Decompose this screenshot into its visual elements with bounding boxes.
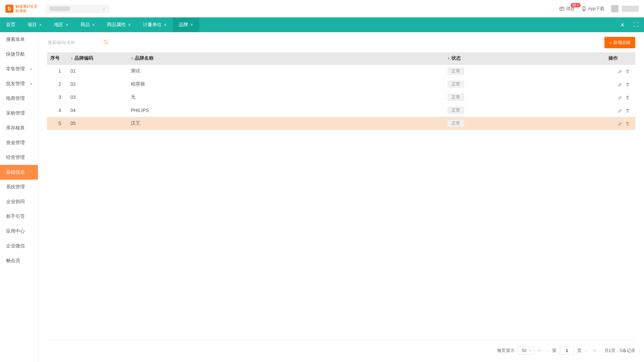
cell-status: 正常 [444, 65, 605, 78]
edit-icon [618, 121, 623, 126]
delete-button[interactable] [625, 95, 630, 100]
org-selector[interactable]: ⌄ [46, 4, 109, 13]
sidebar-item-新手引导[interactable]: 新手引导 [0, 209, 38, 224]
first-page-button[interactable]: ⇤ [538, 348, 543, 353]
cell-seq: 2 [47, 78, 67, 91]
tab-地区[interactable]: 地区✕ [48, 17, 74, 32]
tab-商品属性[interactable]: 商品属性✕ [101, 17, 137, 32]
edit-icon [618, 95, 623, 100]
sidebar-item-label: 资金管理 [6, 140, 25, 146]
sidebar-item-系统管理[interactable]: 系统管理 [0, 180, 38, 194]
sidebar-item-基础信息[interactable]: 基础信息 [0, 165, 38, 180]
sidebar-item-电商管理[interactable]: 电商管理 [0, 91, 38, 106]
sidebar-item-批发管理[interactable]: 批发管理▾ [0, 76, 38, 91]
table-row[interactable]: 101测试正常 [47, 65, 635, 78]
sidebar-item-应用中心[interactable]: 应用中心 [0, 224, 38, 239]
sidebar-item-库存核算[interactable]: 库存核算 [0, 121, 38, 135]
app-download-button[interactable]: App下载 [581, 6, 604, 12]
edit-button[interactable] [618, 95, 623, 100]
sidebar-item-畅会员[interactable]: 畅会员 [0, 253, 38, 268]
sidebar-item-零售管理[interactable]: 零售管理▾ [0, 62, 38, 76]
table-row[interactable]: 505汉王正常 [47, 117, 635, 130]
search-input[interactable] [47, 38, 101, 47]
delete-button[interactable] [625, 68, 630, 74]
close-icon[interactable]: ✕ [190, 23, 193, 27]
tab-项目[interactable]: 项目✕ [21, 17, 48, 32]
col-name-header[interactable]: ▲▼品牌名称 [127, 52, 444, 65]
next-page-button[interactable]: › [585, 348, 588, 353]
trash-icon [625, 108, 630, 113]
cell-code: 02 [67, 78, 127, 91]
sidebar-item-资金管理[interactable]: 资金管理 [0, 135, 38, 150]
close-icon[interactable]: ✕ [65, 23, 68, 27]
sidebar-item-企业微信[interactable]: 企业微信 [0, 239, 38, 253]
cell-name: 汉王 [127, 117, 444, 130]
sidebar-item-采购管理[interactable]: 采购管理 [0, 106, 38, 121]
table-row[interactable]: 404PHILIPS正常 [47, 104, 635, 117]
caret-down-icon: ▾ [30, 67, 32, 71]
close-icon[interactable]: ✕ [39, 23, 42, 27]
page-prefix: 第 [552, 348, 556, 354]
sidebar-item-快捷导航[interactable]: 快捷导航 [0, 47, 38, 62]
logo: b 畅捷通好生意 标准版 [5, 4, 38, 12]
edit-icon [618, 69, 623, 74]
delete-button[interactable] [625, 81, 630, 87]
delete-button[interactable] [625, 121, 630, 126]
sidebar-item-搜索菜单[interactable]: 搜索菜单 [0, 32, 38, 47]
col-code-header[interactable]: ▲▼品牌编码 [67, 52, 127, 65]
sidebar-item-label: 企业微信 [6, 243, 25, 249]
status-badge: 正常 [447, 120, 464, 127]
edit-icon [618, 82, 623, 87]
trash-icon [625, 121, 630, 126]
search-icon[interactable] [103, 40, 109, 46]
close-icon[interactable]: ✕ [92, 23, 95, 27]
delete-button[interactable] [625, 108, 630, 113]
cell-code: 01 [67, 65, 127, 78]
cell-name: PHILIPS [127, 104, 444, 117]
sidebar: 搜索菜单快捷导航零售管理▾批发管理▾电商管理采购管理库存核算资金管理经营管理基础… [0, 32, 38, 362]
table-row[interactable]: 303无正常 [47, 91, 635, 104]
edit-button[interactable] [618, 121, 623, 126]
cell-code: 05 [67, 117, 127, 130]
avatar [611, 5, 619, 12]
cell-name: 柏英顿 [127, 78, 444, 91]
fullscreen-action[interactable]: ⛶ [631, 20, 641, 29]
col-action-header: 操作 [605, 52, 635, 65]
prev-page-button[interactable]: ‹ [546, 348, 549, 353]
cell-code: 04 [67, 104, 127, 117]
page-input[interactable] [560, 346, 574, 355]
tab-label: 商品 [80, 22, 90, 28]
brand-table: 序号 ▲▼品牌编码 ▲▼品牌名称 ▲▼状态 操作 101测试正常202柏英顿正常… [47, 52, 635, 130]
org-name-placeholder [50, 6, 70, 11]
status-badge: 正常 [447, 80, 464, 88]
col-seq-header[interactable]: 序号 [47, 52, 67, 65]
tab-计量单位[interactable]: 计量单位✕ [137, 17, 173, 32]
messages-badge: 99 + [571, 3, 581, 7]
logo-sub-text: 标准版 [15, 9, 38, 13]
messages-button[interactable]: 消息 99 + [559, 6, 575, 12]
sidebar-item-企业协同[interactable]: 企业协同 [0, 194, 38, 209]
edit-button[interactable] [618, 81, 623, 87]
col-status-header[interactable]: ▲▼状态 [444, 52, 605, 65]
logo-main-text: 畅捷通好生意 [15, 4, 38, 8]
tab-商品[interactable]: 商品✕ [74, 17, 101, 32]
tab-品牌[interactable]: 品牌✕ [173, 17, 199, 32]
edit-button[interactable] [618, 108, 623, 113]
table-row[interactable]: 202柏英顿正常 [47, 78, 635, 91]
edit-button[interactable] [618, 68, 623, 74]
cell-seq: 5 [47, 117, 67, 130]
tab-label: 首页 [6, 22, 15, 28]
add-brand-button[interactable]: + 新增品牌 [604, 37, 635, 48]
content-area: + 新增品牌 序号 ▲▼品牌编码 ▲▼品牌名称 ▲▼状态 操作 101测试正常2… [38, 32, 644, 362]
sidebar-item-经营管理[interactable]: 经营管理 [0, 150, 38, 165]
close-tab-action[interactable]: ✕ [618, 20, 627, 29]
last-page-button[interactable]: ⇥ [591, 348, 596, 353]
user-menu[interactable] [611, 5, 639, 12]
tab-首页[interactable]: 首页 [0, 17, 21, 32]
cell-action [605, 91, 635, 104]
svg-point-3 [104, 40, 107, 43]
plus-icon: + [609, 40, 612, 45]
close-icon[interactable]: ✕ [128, 23, 131, 27]
per-page-select[interactable]: 50 [518, 346, 534, 355]
close-icon[interactable]: ✕ [164, 23, 167, 27]
